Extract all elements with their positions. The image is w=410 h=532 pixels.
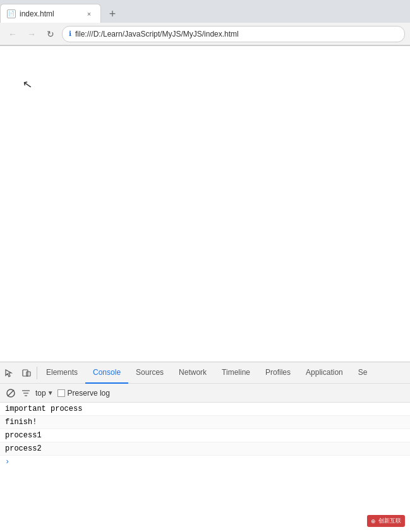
tab-elements[interactable]: Elements (39, 362, 85, 384)
url-text: file:///D:/Learn/JavaScript/MyJS/MyJS/in… (75, 30, 239, 38)
console-line: finish! (0, 416, 410, 429)
console-context-selector[interactable]: top ▼ (35, 389, 54, 398)
svg-rect-1 (23, 370, 28, 376)
console-context-arrow: ▼ (47, 389, 54, 396)
console-toolbar: top ▼ Preserve log (0, 384, 410, 403)
back-button[interactable]: ← (5, 27, 20, 42)
url-bar[interactable]: ℹ file:///D:/Learn/JavaScript/MyJS/MyJS/… (62, 26, 405, 42)
tab-close-button[interactable]: × (84, 9, 94, 19)
browser-tab[interactable]: 📄 index.html × (0, 4, 101, 23)
tab-profiles[interactable]: Profiles (258, 362, 298, 384)
devtools-tabs: Elements Console Sources Network Timelin… (39, 362, 375, 384)
console-prompt[interactable]: › (0, 456, 410, 468)
console-filter-button[interactable] (20, 387, 32, 399)
console-output: important process finish! process1 proce… (0, 403, 410, 468)
svg-marker-0 (6, 370, 11, 377)
device-mode-button[interactable] (18, 364, 35, 382)
tab-console[interactable]: Console (85, 362, 128, 384)
inspect-element-button[interactable] (0, 364, 18, 382)
browser-chrome: 📄 index.html × + ← → ↻ ℹ file:///D:/Lear… (0, 0, 410, 46)
svg-line-4 (8, 390, 14, 396)
reload-button[interactable]: ↻ (43, 27, 58, 42)
tab-sources[interactable]: Sources (128, 362, 171, 384)
console-context-label: top (35, 389, 46, 398)
tab-network[interactable]: Network (171, 362, 214, 384)
watermark-text: 创新互联 (378, 517, 401, 525)
tab-favicon: 📄 (7, 9, 16, 18)
tab-title: index.html (20, 9, 80, 18)
new-tab-button[interactable]: + (104, 5, 121, 23)
devtools-header: Elements Console Sources Network Timelin… (0, 362, 410, 384)
watermark-icon: ⊕ (371, 518, 376, 524)
devtools-separator (37, 367, 37, 379)
cursor: ↖ (22, 78, 33, 91)
preserve-log-text: Preserve log (68, 389, 110, 398)
address-bar: ← → ↻ ℹ file:///D:/Learn/JavaScript/MyJS… (0, 23, 410, 45)
console-line: important process (0, 403, 410, 416)
page-content: ↖ (0, 46, 410, 334)
forward-button[interactable]: → (24, 27, 39, 42)
console-line: process2 (0, 442, 410, 456)
preserve-log-label[interactable]: Preserve log (57, 389, 110, 398)
console-clear-button[interactable] (5, 387, 16, 399)
devtools-panel: Elements Console Sources Network Timelin… (0, 362, 410, 532)
tab-application[interactable]: Application (298, 362, 351, 384)
prompt-arrow-icon: › (5, 458, 9, 466)
tab-security[interactable]: Se (351, 362, 375, 384)
preserve-log-checkbox[interactable] (57, 389, 65, 397)
tab-bar: 📄 index.html × + (0, 0, 410, 23)
secure-icon: ℹ (69, 30, 71, 38)
watermark: ⊕ 创新互联 (367, 515, 405, 527)
tab-timeline[interactable]: Timeline (214, 362, 258, 384)
svg-rect-2 (27, 372, 30, 376)
console-line: process1 (0, 429, 410, 442)
